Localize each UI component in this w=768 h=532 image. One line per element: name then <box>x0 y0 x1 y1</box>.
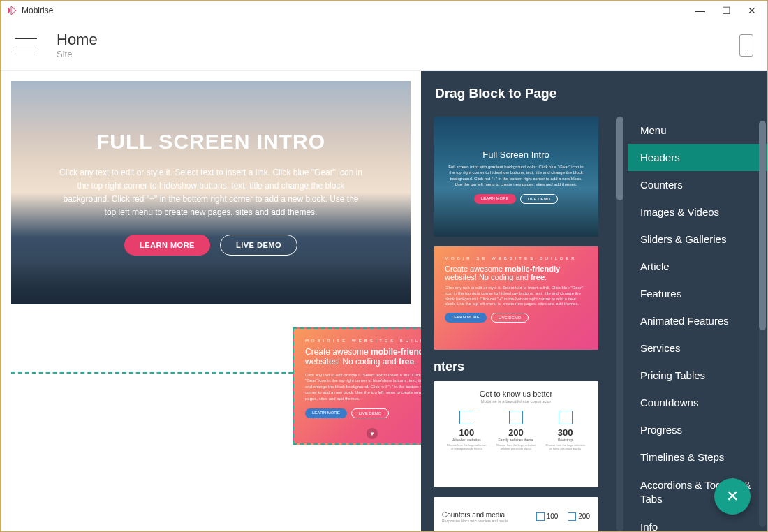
page-info: Home Site <box>57 31 98 59</box>
topbar: Home Site <box>1 20 767 71</box>
close-panel-fab[interactable]: ✕ <box>714 478 751 515</box>
category-item-services[interactable]: Services <box>628 334 767 362</box>
thumb3-cols: 100Attended websitesChoose from the larg… <box>442 411 590 450</box>
thumb4-left: Counters and media Responsive block with… <box>442 511 536 523</box>
minimize-button[interactable]: — <box>695 5 705 16</box>
app-logo-icon <box>6 5 17 16</box>
thumb4-sub: Responsive block with counters and media <box>442 519 536 523</box>
drag-headline-1: Create awesome mobile-friendly <box>305 347 421 357</box>
thumb3-col-2: 200Family websites themeChoose from the … <box>495 411 537 450</box>
blocks-panel: Drag Block to Page Full Screen Intro Ful… <box>421 71 767 531</box>
category-item-animated-features[interactable]: Animated Features <box>628 307 767 334</box>
counter-icon <box>459 411 473 424</box>
counter-icon <box>559 411 573 424</box>
app-name: Mobirise <box>22 6 53 15</box>
drag-small-text: Click any text to edit or style it. Sele… <box>305 372 421 401</box>
category-item-headers[interactable]: Headers <box>628 144 767 171</box>
thumb4-title: Counters and media <box>442 511 536 519</box>
panel-title: Drag Block to Page <box>421 71 767 117</box>
category-list: MenuHeadersCountersImages & VideosSlider… <box>628 117 767 531</box>
category-item-counters[interactable]: Counters <box>628 171 767 198</box>
thumbs-scrollbar-thumb[interactable] <box>616 117 623 200</box>
drag-btn-primary: LEARN MORE <box>305 408 347 418</box>
category-break-label: nters <box>434 360 615 374</box>
category-item-article[interactable]: Article <box>628 253 767 280</box>
category-item-menu[interactable]: Menu <box>628 117 767 144</box>
page-title[interactable]: Home <box>57 31 98 49</box>
window-controls: — ☐ ✕ <box>695 5 762 16</box>
category-scrollbar-thumb[interactable] <box>759 121 766 330</box>
thumb2-line1: Create awesome mobile-friendly <box>445 265 587 273</box>
thumb4-n1: 100 <box>536 512 559 521</box>
counter-icon <box>509 411 523 424</box>
panel-body: Full Screen Intro Full screen intro with… <box>421 117 767 531</box>
hero-title[interactable]: FULL SCREEN INTRO <box>96 130 325 154</box>
close-button[interactable]: ✕ <box>748 5 756 16</box>
block-thumb-fullscreen-intro[interactable]: Full Screen Intro Full screen intro with… <box>434 117 598 237</box>
close-icon: ✕ <box>726 487 739 505</box>
category-item-sliders-galleries[interactable]: Sliders & Galleries <box>628 226 767 253</box>
category-item-images-videos[interactable]: Images & Videos <box>628 198 767 226</box>
drag-buttons: LEARN MORE LIVE DEMO <box>305 408 421 418</box>
thumb1-btn2: LIVE DEMO <box>520 194 559 204</box>
thumb1-title: Full Screen Intro <box>482 149 549 160</box>
thumb2-line2: websites! No coding and free. <box>445 273 587 281</box>
hero-description[interactable]: Click any text to edit or style it. Sele… <box>57 166 364 220</box>
drag-btn-outline: LIVE DEMO <box>351 408 390 418</box>
thumb2-btn1: LEARN MORE <box>445 313 487 323</box>
mobile-preview-icon[interactable] <box>739 34 753 57</box>
hero-buttons: LEARN MORE LIVE DEMO <box>124 235 297 256</box>
thumb2-buttons: LEARN MORE LIVE DEMO <box>445 313 587 323</box>
thumb2-small: Click any text to edit or style it. Sele… <box>445 286 587 307</box>
thumb1-btn1: LEARN MORE <box>474 194 516 204</box>
hero-block[interactable]: FULL SCREEN INTRO Click any text to edit… <box>11 81 411 304</box>
category-item-countdowns[interactable]: Countdowns <box>628 389 767 416</box>
block-thumb-gradient-intro[interactable]: MOBIRISE WEBSITES BUILDER Create awesome… <box>434 246 598 350</box>
titlebar: Mobirise — ☐ ✕ <box>1 1 767 20</box>
scroll-down-icon: ▼ <box>367 428 378 439</box>
thumb2-kicker: MOBIRISE WEBSITES BUILDER <box>445 256 587 260</box>
thumb4-numbers: 100 200 <box>536 512 590 521</box>
dragging-block-preview[interactable]: MOBIRISE WEBSITES BUILDER Create awesome… <box>293 327 421 445</box>
menu-icon[interactable] <box>15 38 37 52</box>
thumb3-heading: Get to know us better <box>442 390 590 398</box>
block-thumb-counters[interactable]: Get to know us better Mobirise is a beau… <box>434 381 598 487</box>
category-item-progress[interactable]: Progress <box>628 416 767 443</box>
site-label[interactable]: Site <box>57 49 98 59</box>
category-item-info[interactable]: Info <box>628 513 767 531</box>
page-canvas[interactable]: FULL SCREEN INTRO Click any text to edit… <box>1 71 421 531</box>
learn-more-button[interactable]: LEARN MORE <box>124 235 210 256</box>
main-area: FULL SCREEN INTRO Click any text to edit… <box>1 71 767 531</box>
category-item-timelines-steps[interactable]: Timelines & Steps <box>628 443 767 471</box>
live-demo-button[interactable]: LIVE DEMO <box>220 235 297 256</box>
thumb1-buttons: LEARN MORE LIVE DEMO <box>474 194 558 204</box>
maximize-button[interactable]: ☐ <box>722 5 731 16</box>
thumb2-btn2: LIVE DEMO <box>491 313 529 323</box>
thumb3-sub: Mobirise is a beautiful site constructor <box>442 399 590 404</box>
category-item-pricing-tables[interactable]: Pricing Tables <box>628 362 767 389</box>
category-item-features[interactable]: Features <box>628 280 767 307</box>
drag-kicker: MOBIRISE WEBSITES BUILDER <box>305 339 421 343</box>
thumb1-desc: Full screen intro with gradient backgrou… <box>446 164 586 188</box>
block-thumb-counters-media[interactable]: Counters and media Responsive block with… <box>434 497 598 531</box>
drag-headline-2: websites! No coding and free. <box>305 357 421 367</box>
thumb3-col-1: 100Attended websitesChoose from the larg… <box>445 411 487 450</box>
thumb3-col-3: 300BootstrapChoose from the large select… <box>545 411 586 450</box>
block-thumbnails[interactable]: Full Screen Intro Full screen intro with… <box>421 117 628 531</box>
thumb4-n2: 200 <box>568 512 590 521</box>
app-window: Mobirise — ☐ ✕ Home Site FULL SCREEN INT… <box>0 0 768 532</box>
